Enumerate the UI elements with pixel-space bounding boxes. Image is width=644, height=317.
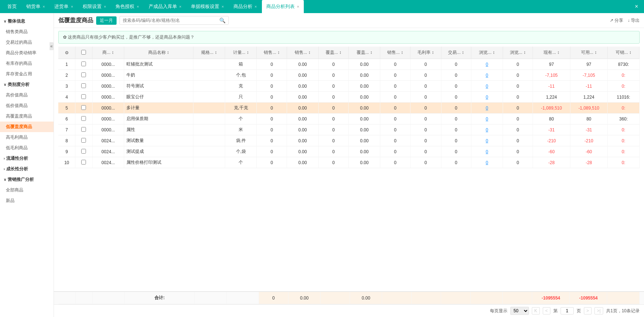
row-checkbox[interactable] [75,70,93,81]
nav-home[interactable]: 首页 [3,0,21,13]
col-cover2[interactable]: 覆盖... ↕ [349,47,380,59]
nav-product-inbound[interactable]: 产成品入库单 × [144,0,186,13]
col-sales-qty[interactable]: 销售... ↕ [257,47,287,59]
col-sales3[interactable]: 销售... ↕ [380,47,410,59]
nav-close-icon[interactable]: × [137,4,139,9]
row-select-checkbox[interactable] [81,149,86,154]
row-checkbox[interactable] [75,135,93,146]
share-button[interactable]: ↗ 分享 [610,17,623,24]
row-sales3: 0 [380,70,410,81]
sidebar-section-marketing[interactable]: ∨ 营销推广分析 [0,174,54,185]
export-button[interactable]: ↓ 导出 [628,17,640,24]
sidebar-item-stock-goods[interactable]: 有库存的商品 [0,58,54,69]
col-stock-avail[interactable]: 可用... ↕ [570,47,608,59]
col-sales-amt[interactable]: 销售... ↕ [287,47,318,59]
per-page-select[interactable]: 50 20 100 [510,307,529,315]
row-select-checkbox[interactable] [81,83,86,88]
nav-sales-order[interactable]: 销货单 × [22,0,49,13]
row-checkbox[interactable] [75,81,93,92]
col-gross-rate[interactable]: 毛利率 ↕ [410,47,441,59]
col-browse2[interactable]: 浏览... ↕ [503,47,533,59]
nav-product-analysis-list[interactable]: 商品分析列表 × [262,0,303,13]
nav-close-icon[interactable]: × [43,4,45,9]
row-select-checkbox[interactable] [81,127,86,132]
row-browse1[interactable]: 0 [471,124,503,135]
sidebar-item-high-value[interactable]: 高价值商品 [0,90,54,100]
nav-close-icon[interactable]: × [104,4,106,9]
row-checkbox[interactable] [75,146,93,157]
col-settings[interactable]: ⚙ [58,47,75,59]
row-select-checkbox[interactable] [81,116,86,121]
row-browse1[interactable]: 0 [471,157,503,168]
nav-close-icon[interactable]: × [221,4,224,9]
col-unit[interactable]: 计量... ↕ [225,47,257,59]
last-page-button[interactable]: >| [594,307,603,314]
search-input[interactable] [123,18,218,23]
row-browse1[interactable]: 0 [471,146,503,157]
row-checkbox[interactable] [75,59,93,70]
nav-close-icon[interactable]: × [71,4,73,9]
row-checkbox[interactable] [75,114,93,124]
col-name[interactable]: 商品名称 ↕ [124,47,193,59]
search-icon[interactable]: 🔍 [219,17,225,23]
sidebar-item-high-coverage[interactable]: 高覆盖度商品 [0,111,54,122]
sidebar-collapse-button[interactable]: « [50,42,54,50]
sidebar-section-growth[interactable]: › 成长性分析 [0,164,54,174]
sidebar-item-new-goods[interactable]: 新品 [0,195,54,206]
col-browse1[interactable]: 浏览... ↕ [471,47,503,59]
row-browse1[interactable]: 0 [471,92,503,103]
row-browse1[interactable]: 0 [471,114,503,124]
row-checkbox[interactable] [75,103,93,114]
sidebar-section-overall[interactable]: ∨ 整体信息 [0,16,54,27]
page-number-input[interactable] [561,307,574,314]
row-select-checkbox[interactable] [81,138,86,143]
row-browse1[interactable]: 0 [471,103,503,114]
row-checkbox[interactable] [75,124,93,135]
prev-page-button[interactable]: < [543,307,550,314]
col-spec[interactable]: 规格... ↕ [193,47,225,59]
next-page-button[interactable]: > [584,307,592,314]
nav-close-icon[interactable]: × [179,4,181,9]
sidebar-item-all-goods[interactable]: 全部商品 [0,185,54,195]
sidebar-item-low-coverage[interactable]: 低覆盖度商品 [0,122,54,132]
row-select-checkbox[interactable] [81,94,86,99]
row-browse1[interactable]: 0 [471,81,503,92]
col-code[interactable]: 商... ↕ [92,47,124,59]
row-browse1[interactable]: 0 [471,135,503,146]
sidebar-section-liquidity[interactable]: › 流通性分析 [0,153,54,164]
table-footer: 合计: 0 0.00 0.00 -1095554 -1095554 [54,291,644,304]
col-stock-cur[interactable]: 现有... ↕ [533,47,570,59]
sidebar-item-sales-goods[interactable]: 销售类商品 [0,27,54,37]
row-select-checkbox[interactable] [81,72,86,77]
nav-permission-settings[interactable]: 权限设置 × [78,0,110,13]
sidebar-item-high-margin[interactable]: 高毛利商品 [0,132,54,143]
window-close-button[interactable]: × [632,2,641,11]
date-filter-button[interactable]: 近一月 [96,16,117,25]
nav-close-icon[interactable]: × [297,4,299,9]
sidebar-item-low-value[interactable]: 低价值商品 [0,100,54,111]
sidebar-item-low-margin[interactable]: 低毛利商品 [0,143,54,153]
row-checkbox[interactable] [75,157,93,168]
row-select-checkbox[interactable] [81,160,86,165]
row-browse1[interactable]: 0 [471,59,503,70]
row-cover2: 0.00 [349,114,380,124]
row-select-checkbox[interactable] [81,105,86,110]
first-page-button[interactable]: K [532,307,540,314]
sidebar-item-category-rate[interactable]: 商品分类动销率 [0,48,54,58]
sidebar-section-category[interactable]: ∨ 类别度分析 [0,79,54,90]
nav-product-analysis[interactable]: 商品分析 × [229,0,261,13]
row-browse1[interactable]: 0 [471,70,503,81]
sidebar-item-traded-goods[interactable]: 交易过的商品 [0,37,54,48]
row-checkbox[interactable] [75,92,93,103]
nav-role-auth[interactable]: 角色授权 × [111,0,143,13]
nav-purchase-order[interactable]: 进货单 × [50,0,77,13]
select-all-checkbox[interactable] [81,50,86,55]
nav-close-icon[interactable]: × [255,4,257,9]
sidebar-item-stock-fund[interactable]: 库存资金占用 [0,69,54,79]
col-cover1[interactable]: 覆盖... ↕ [318,47,348,59]
nav-template-settings[interactable]: 单据模板设置 × [186,0,228,13]
col-trade[interactable]: 交易... ↕ [441,47,471,59]
row-select-checkbox[interactable] [81,62,86,66]
col-stock-sale[interactable]: 可销... ↕ [608,47,640,59]
col-checkbox-header[interactable] [75,47,93,59]
